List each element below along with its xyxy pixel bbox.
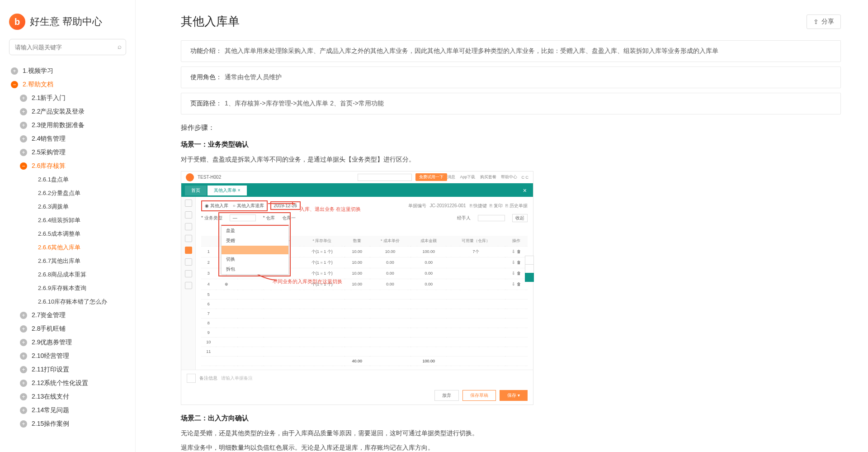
mock-draft-button[interactable]: 保存草稿	[462, 390, 496, 401]
mock-dropdown-item[interactable]: 盘盈	[222, 226, 288, 236]
nav-item[interactable]: 2.7资金管理	[9, 309, 126, 322]
mock-rail-icon[interactable]	[185, 200, 192, 207]
nav-item[interactable]: 2.15操作案例	[9, 417, 126, 431]
mock-dropdown-item[interactable]: 受赠	[222, 236, 288, 246]
nav-item[interactable]: 2.4销售管理	[9, 132, 126, 146]
search-input[interactable]	[9, 39, 126, 55]
mock-right-toolbar	[525, 256, 534, 281]
mock-top-link[interactable]: 消息	[447, 174, 455, 180]
mock-rail-icon[interactable]	[185, 270, 192, 277]
mock-rail-icon[interactable]	[185, 247, 192, 254]
mock-rail-icon[interactable]	[185, 235, 192, 242]
mock-toolbar-link[interactable]: ⎘ 快捷键	[470, 203, 487, 209]
nav-item[interactable]: 2.6.5成本调整单	[9, 227, 126, 241]
main-content: 其他入库单 ⇪ 分享 功能介绍：其他入库单用来处理除采购入库、产成品入库之外的其…	[136, 0, 868, 452]
nav-item[interactable]: 2.1新手入门	[9, 91, 126, 105]
minus-icon	[11, 81, 18, 88]
mock-note-input[interactable]: 请输入单据备注	[221, 375, 528, 381]
table-row[interactable]: 9	[201, 328, 528, 337]
table-row[interactable]: 6	[201, 299, 528, 309]
mock-trial-button[interactable]: 免费试用一下	[415, 173, 447, 181]
nav-item[interactable]: 2.13在线支付	[9, 390, 126, 404]
mock-radio-in[interactable]: ◉ 其他入库	[205, 203, 228, 209]
mock-collapse-btn[interactable]: 收起	[512, 214, 528, 222]
nav-item[interactable]: 2.6.2分量盘点单	[9, 186, 126, 200]
mock-type-radio-group[interactable]: ◉ 其他入库 ○ 其他入库退库	[201, 200, 268, 211]
nav-item[interactable]: 2.帮助文档	[9, 78, 126, 91]
search-icon[interactable]: ⌕	[118, 43, 122, 50]
mock-tab-close-icon[interactable]: ×	[520, 187, 529, 194]
nav-label: 2.6.6其他入库单	[38, 243, 126, 252]
mock-tool-icon[interactable]	[525, 273, 534, 282]
plus-icon	[20, 407, 27, 414]
mock-rail-icon[interactable]	[185, 223, 192, 230]
mock-th: * 库存单位	[300, 236, 344, 247]
table-row[interactable]: 8	[201, 318, 528, 328]
nav-item[interactable]: 2.6.6其他入库单	[9, 241, 126, 254]
mock-top-link[interactable]: 帮助中心	[501, 174, 517, 180]
plus-icon	[20, 393, 27, 400]
mock-rail-icon[interactable]	[185, 282, 192, 289]
nav-item[interactable]: 2.2产品安装及登录	[9, 105, 126, 119]
nav-item[interactable]: 2.9优惠券管理	[9, 336, 126, 349]
plus-icon	[20, 108, 27, 115]
nav-item[interactable]: 2.6.3调拨单	[9, 200, 126, 214]
table-row[interactable]: 7	[201, 309, 528, 318]
share-button[interactable]: ⇪ 分享	[807, 14, 841, 29]
mock-dropdown-item[interactable]: 切换	[222, 254, 288, 264]
mock-radio-return[interactable]: ○ 其他入库退库	[233, 203, 264, 209]
mock-toolbar-link[interactable]: ⎘ 历史单据	[505, 203, 528, 209]
nav-tree: 1.视频学习2.帮助文档2.1新手入门2.2产品安装及登录2.3使用前数据准备2…	[9, 64, 126, 431]
mock-giveup-button[interactable]: 放弃	[434, 390, 459, 401]
nav-label: 2.6.7其他出库单	[38, 257, 126, 265]
nav-label: 2.7资金管理	[32, 311, 126, 319]
nav-item[interactable]: 2.11打印设置	[9, 363, 126, 376]
nav-item[interactable]: 2.6.7其他出库单	[9, 254, 126, 268]
mock-operator-input[interactable]	[478, 215, 505, 221]
nav-label: 2.6.2分量盘点单	[38, 189, 126, 197]
mock-top-search[interactable]	[358, 174, 412, 181]
nav-label: 2.3使用前数据准备	[32, 121, 126, 129]
plus-icon	[20, 312, 27, 319]
table-row[interactable]: 5	[201, 290, 528, 299]
nav-item[interactable]: 2.3使用前数据准备	[9, 119, 126, 132]
mock-dropdown[interactable]: 盘盈受赠 切换拆包	[221, 225, 289, 275]
nav-item[interactable]: 2.14常见问题	[9, 404, 126, 417]
mock-top-link[interactable]: App下载	[460, 174, 475, 180]
mock-toolbar-link[interactable]: ⎘ 复印	[490, 203, 503, 209]
nav-item[interactable]: 2.6库存核算	[9, 159, 126, 173]
nav-item[interactable]: 2.5采购管理	[9, 146, 126, 159]
mock-top-link[interactable]: 购买套餐	[480, 174, 496, 180]
nav-item[interactable]: 2.6.8商品成本重算	[9, 268, 126, 281]
nav-item[interactable]: 2.6.9库存账本查询	[9, 281, 126, 295]
steps-heading: 操作步骤：	[181, 124, 841, 132]
share-label: 分享	[821, 18, 834, 26]
mock-tab-current[interactable]: 其他入库单 ×	[208, 186, 247, 195]
table-row[interactable]: 11	[201, 347, 528, 356]
nav-item[interactable]: 1.视频学习	[9, 64, 126, 78]
nav-label: 2.10经营管理	[32, 352, 126, 360]
mock-save-button[interactable]: 保存 ▾	[500, 390, 528, 401]
plus-icon	[20, 122, 27, 129]
info-role-val: 通常由仓管人员维护	[225, 73, 282, 81]
nav-item[interactable]: 2.6.1盘点单	[9, 173, 126, 186]
mock-tabbar: 首页 其他入库单 × ×	[181, 184, 533, 197]
note-icon	[187, 374, 196, 383]
nav-item[interactable]: 2.8手机旺铺	[9, 322, 126, 336]
mock-top-link[interactable]: C C	[522, 175, 529, 180]
nav-item[interactable]: 2.6.10库存账本错了怎么办	[9, 295, 126, 309]
mock-dropdown-item[interactable]	[222, 246, 288, 254]
mock-tool-icon[interactable]	[525, 256, 534, 265]
nav-item[interactable]: 2.6.4组装拆卸单	[9, 214, 126, 227]
nav-label: 2.4销售管理	[32, 135, 126, 143]
nav-item[interactable]: 2.12系统个性化设置	[9, 376, 126, 390]
mock-tab-home[interactable]: 首页	[185, 186, 207, 195]
mock-rail-icon[interactable]	[185, 258, 192, 266]
mock-th: 可用量（仓库）	[447, 236, 505, 247]
nav-item[interactable]: 2.10经营管理	[9, 349, 126, 363]
mock-tool-icon[interactable]	[525, 264, 534, 273]
mock-rail-icon[interactable]	[185, 211, 192, 219]
mock-dropdown-item[interactable]: 拆包	[222, 264, 288, 274]
table-row[interactable]: 10	[201, 337, 528, 347]
nav-label: 2.1新手入门	[32, 94, 126, 102]
